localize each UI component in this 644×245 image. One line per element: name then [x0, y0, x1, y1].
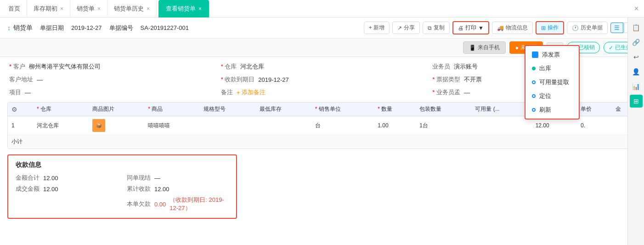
warehouse-value: 河北仓库	[240, 63, 264, 71]
same-order-value: —	[154, 175, 160, 182]
outbound-dot	[532, 67, 536, 70]
new-button[interactable]: + 新增	[364, 22, 390, 34]
logistics-icon: 🚚	[497, 25, 504, 31]
transaction-amount-label: 成交金额	[16, 185, 40, 193]
doc-title: ↕ 销货单	[7, 24, 33, 32]
note-label: 备注	[221, 88, 233, 97]
payment-title: 收款信息	[16, 161, 229, 169]
operation-button[interactable]: ⊞ 操作	[536, 21, 564, 34]
col-pack-qty: 包装数量	[416, 103, 471, 116]
col-sales-unit: * 销售单位	[311, 103, 374, 116]
logistics-button[interactable]: 🚚 物流信息	[492, 22, 533, 34]
plus-icon: +	[237, 89, 240, 96]
row-quantity: 1.00	[374, 116, 416, 135]
salesperson2-label: 业务员孟	[432, 88, 460, 97]
share-icon: ↗	[397, 25, 402, 31]
available-qty-item[interactable]: 可用量提取	[525, 75, 579, 89]
doc-meta: 单据日期 2019-12-27 单据编号 SA-20191227-001	[40, 24, 356, 32]
share-button[interactable]: ↗ 分享	[392, 22, 420, 34]
add-note-button[interactable]: + 添加备注	[237, 88, 266, 97]
row-sales-unit: 台	[311, 116, 374, 135]
warehouse-label: 仓库	[221, 63, 237, 71]
sidebar-icon-5[interactable]: 📊	[630, 80, 643, 93]
tab-sales-close[interactable]: ×	[97, 6, 101, 12]
same-order-row: 同单现结 —	[127, 174, 229, 182]
outbound-item[interactable]: 出库	[525, 62, 579, 75]
current-due-row: 本单欠款 0.00 （收款到期日: 2019-12-27）	[127, 196, 229, 212]
col-quantity: * 数量	[374, 103, 416, 116]
tab-inventory[interactable]: 库存期初 ×	[27, 0, 70, 17]
col-unit-price: 单价	[577, 103, 612, 116]
salesperson2-value: —	[464, 89, 470, 96]
list-view-button[interactable]: ☰	[610, 23, 623, 33]
from-phone-button[interactable]: 📱 来自手机	[463, 41, 506, 54]
payment-grid: 金额合计 12.00 同单现结 — 成交金额 12.00 累计收款 12.00 …	[16, 174, 229, 212]
same-order-label: 同单现结	[127, 174, 151, 182]
number-value: SA-20191227-001	[141, 24, 189, 31]
cumulative-receipt-label: 累计收款	[127, 185, 151, 193]
transaction-amount-row: 成交金额 12.00	[16, 185, 118, 193]
row-unit-price: 0.	[577, 116, 612, 135]
print-button[interactable]: 🖨 打印 ▼	[452, 21, 489, 34]
tab-home[interactable]: 首页	[4, 0, 27, 17]
row-available	[471, 116, 531, 135]
total-amount-row: 金额合计 12.00	[16, 174, 118, 182]
due-note: （收款到期日: 2019-12-27）	[169, 196, 229, 212]
subtotal-label: 小计	[8, 135, 636, 149]
refresh-item[interactable]: 刷新	[525, 103, 579, 117]
locate-item[interactable]: 定位	[525, 89, 579, 103]
tab-sales[interactable]: 销货单 ×	[70, 0, 107, 17]
print-icon: 🖨	[458, 25, 463, 31]
add-invoice-item[interactable]: 添发票	[525, 48, 579, 62]
cumulative-receipt-row: 累计收款 12.00	[127, 185, 229, 193]
current-due-value: 0.00	[154, 201, 166, 208]
locate-dot	[532, 94, 536, 98]
gear-icon: ⚙	[11, 106, 17, 113]
tab-view-sales[interactable]: 查看销货单 ×	[158, 0, 209, 17]
note-row: 备注 + 添加备注	[221, 88, 424, 97]
row-spec	[200, 116, 255, 135]
doc-type-label: 销货单	[13, 24, 33, 32]
check-icon2: ✓	[609, 45, 613, 51]
col-settings[interactable]: ⚙	[8, 103, 33, 116]
due-date-row: 收款到期日 2019-12-27	[221, 75, 424, 84]
sidebar-icon-2[interactable]: 🔗	[630, 36, 643, 49]
tab-inventory-close[interactable]: ×	[60, 6, 63, 12]
tab-sales-history[interactable]: 销货单历史 ×	[107, 0, 157, 17]
payment-info-box: 收款信息 金额合计 12.00 同单现结 — 成交金额 12.00 累计收款 1…	[7, 154, 237, 219]
col-warehouse: * 仓库	[33, 103, 89, 116]
history-icon: 🕐	[572, 25, 579, 31]
address-value: —	[37, 76, 43, 83]
sidebar-icon-6[interactable]: ⊞	[630, 95, 643, 108]
add-note-label: 添加备注	[242, 88, 266, 97]
ticket-icon: ●	[515, 45, 519, 51]
sidebar-icon-4[interactable]: 👤	[630, 65, 643, 78]
total-amount-value: 12.00	[43, 175, 58, 182]
warehouse-row: 仓库 河北仓库	[221, 63, 424, 71]
tab-sales-history-close[interactable]: ×	[147, 6, 150, 12]
doc-icon: ↕	[7, 24, 11, 32]
customer-label: 客户	[9, 63, 25, 71]
due-date-label: 收款到期日	[221, 75, 255, 84]
sidebar-icon-1[interactable]: 📋	[630, 21, 643, 34]
due-date-value: 2019-12-27	[258, 76, 289, 83]
copy-icon: ⧉	[428, 25, 432, 31]
address-row: 客户地址 —	[9, 75, 212, 84]
address-label: 客户地址	[9, 75, 33, 84]
customer-row: 客户 柳州粤港平安气体有限公司	[9, 63, 212, 71]
project-label: 项目	[9, 88, 21, 97]
history-button[interactable]: 🕐 历史单据	[567, 22, 608, 34]
sidebar-icon-3[interactable]: ↩	[630, 51, 643, 63]
available-qty-dot	[532, 80, 536, 84]
tab-view-sales-close[interactable]: ×	[198, 6, 202, 12]
tab-bar: 首页 库存期初 × 销货单 × 销货单历史 × 查看销货单 × ×	[0, 0, 644, 17]
col-spec: 规格型号	[200, 103, 255, 116]
row-num: 1	[8, 116, 33, 135]
total-amount-label: 金额合计	[16, 174, 40, 182]
row-product: 嘻嘻嘻嘻	[144, 116, 200, 135]
row-image: 📦	[89, 116, 144, 135]
page-container: 首页 库存期初 × 销货单 × 销货单历史 × 查看销货单 × × ↕ 销货单 …	[0, 0, 644, 245]
global-close-icon[interactable]: ×	[634, 5, 638, 13]
copy-button[interactable]: ⧉ 复制	[423, 22, 450, 34]
col-image: 商品图片	[89, 103, 144, 116]
